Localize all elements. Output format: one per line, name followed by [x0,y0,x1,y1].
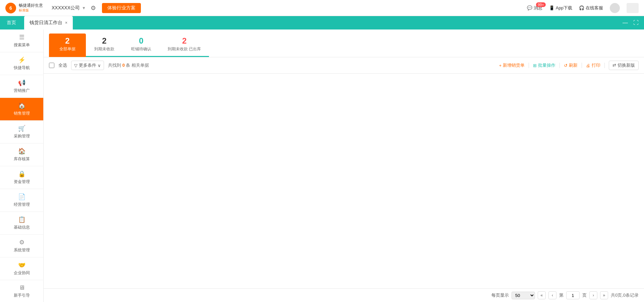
tab-active[interactable]: 钱货日清工作台 × [24,16,73,29]
count-value: 0 [122,63,125,68]
company-dropdown-arrow: ▼ [82,6,86,10]
sales-icon: 🏠 [18,102,25,109]
print-label: 打印 [592,62,600,68]
sidebar-item-quick-nav[interactable]: ⚡ 快捷导航 [0,52,43,75]
basic-info-icon: 📋 [18,216,25,223]
tab-home[interactable]: 首页 [0,16,23,29]
system-icon: ⚙ [19,239,24,246]
stat-number-pending: 0 [139,36,143,46]
select-all-label: 全选 [58,62,67,68]
sidebar-item-finance[interactable]: 🔒 资金管理 [0,166,43,189]
toolbar-divider-4 [604,63,605,68]
stat-label-all: 全部单据 [59,46,75,52]
filter-icon: ▽ [74,63,77,68]
sidebar-item-purchase[interactable]: 🛒 采购管理 [0,121,43,143]
sidebar-item-label-system: 系统管理 [14,247,30,253]
app-download-label: App下载 [556,5,572,11]
experience-button[interactable]: 体验行业方案 [102,3,141,13]
toolbar-divider-1 [529,63,529,68]
sidebar-item-label-quick-nav: 快捷导航 [14,65,30,71]
prev-page-button[interactable]: ‹ [548,291,556,299]
stat-number-all: 2 [65,36,69,46]
toolbar-divider-2 [559,63,560,68]
message-item[interactable]: 💬 消息 99+ [527,5,542,11]
count-info: 共找到 0 条 相关单据 [108,62,149,68]
stat-label-shipped: 到期未收款 已出库 [168,46,201,52]
sidebar-item-guide[interactable]: 🖥 新手引导 [0,280,43,302]
select-all-checkbox[interactable] [49,63,54,68]
sidebar-item-label-guide: 新手引导 [14,293,30,298]
app-download-item[interactable]: 📱 App下载 [549,5,572,11]
filter-button[interactable]: ▽ 更多条件 ∨ [71,61,104,70]
stat-number-overdue: 2 [102,36,106,46]
company-name: XXXXXX公司 [52,5,80,11]
pagination: 每页显示 50 100 200 « ‹ 第 页 › » 共0页,0条记录 [44,288,644,302]
sidebar: ☰ 搜索菜单 ⚡ 快捷导航 📢 营销推广 🏠 销售管理 🛒 采购管理 🏠 库存核… [0,29,44,302]
sidebar-item-label-marketing: 营销推广 [14,88,30,94]
sidebar-item-operations[interactable]: 📄 经营管理 [0,189,43,212]
logo-area: 6 畅捷通好生意 标准版 [5,3,49,13]
user-avatar[interactable] [610,3,620,13]
add-order-icon: + [499,63,502,68]
tab-minimize-button[interactable]: — [621,19,629,27]
sidebar-item-label-basic-info: 基础信息 [14,225,30,230]
sidebar-item-sales[interactable]: 🏠 销售管理 [0,98,43,121]
refresh-button[interactable]: ↺ 刷新 [564,62,578,68]
company-selector[interactable]: XXXXXX公司 ▼ [52,5,86,11]
inventory-icon: 🏠 [18,147,25,155]
operations-icon: 📄 [18,193,25,200]
sidebar-item-inventory[interactable]: 🏠 库存核算 [0,143,43,166]
logo-sub: 标准版 [19,8,43,13]
sidebar-item-label-search-menu: 搜索菜单 [14,42,30,48]
header-right: 💬 消息 99+ 📱 App下载 🎧 在线客服 [527,3,639,13]
purchase-icon: 🛒 [18,125,25,132]
sidebar-item-marketing[interactable]: 📢 营销推广 [0,75,43,98]
tab-close-button[interactable]: × [65,20,67,25]
stat-tabs: 2 全部单据 2 到期未收款 0 旺铺待确认 2 到期未收款 已出库 [44,29,644,57]
tab-active-label: 钱货日清工作台 [30,20,62,26]
sidebar-item-label-sales: 销售管理 [14,111,30,116]
main-layout: ☰ 搜索菜单 ⚡ 快捷导航 📢 营销推广 🏠 销售管理 🛒 采购管理 🏠 库存核… [0,29,644,302]
settings-button[interactable]: ⚙ [89,3,98,13]
sidebar-item-enterprise[interactable]: 🤝 企业协同 [0,257,43,280]
print-button[interactable]: 🖨 打印 [586,62,600,68]
tab-maximize-button[interactable]: ⛶ [632,19,640,27]
add-order-button[interactable]: + 新增销货单 [499,62,525,68]
quick-nav-icon: ⚡ [18,56,25,64]
logo-icon: 6 [5,3,16,13]
filter-arrow-icon: ∨ [98,63,101,68]
batch-op-button[interactable]: ⊞ 批量操作 [533,62,555,68]
user-name-area[interactable] [627,3,639,13]
stat-tab-pending[interactable]: 0 旺铺待确认 [123,34,160,57]
stat-tab-overdue[interactable]: 2 到期未收款 [86,34,123,57]
online-service-icon: 🎧 [579,5,584,10]
switch-version-button[interactable]: ⇄ 切换新版 [609,61,639,70]
next-page-button[interactable]: › [589,291,597,299]
stat-tab-all[interactable]: 2 全部单据 [49,34,86,57]
stat-tab-shipped[interactable]: 2 到期未收款 已出库 [160,34,209,57]
page-suffix: 页 [582,292,587,298]
stat-number-shipped: 2 [182,36,186,46]
refresh-icon: ↺ [564,63,568,68]
table-area [44,74,644,288]
add-order-label: 新增销货单 [503,62,525,68]
page-number-input[interactable] [566,291,580,299]
marketing-icon: 📢 [18,79,25,86]
app-download-icon: 📱 [549,5,554,10]
enterprise-icon: 🤝 [18,261,25,269]
total-info: 共0页,0条记录 [611,292,639,298]
last-page-button[interactable]: » [600,291,608,299]
sidebar-item-system[interactable]: ⚙ 系统管理 [0,235,43,257]
sidebar-item-search-menu[interactable]: ☰ 搜索菜单 [0,29,43,52]
message-icon: 💬 [527,5,532,10]
toolbar-right: + 新增销货单 ⊞ 批量操作 ↺ 刷新 🖨 打印 [499,61,639,70]
per-page-label: 每页显示 [491,292,509,298]
tab-bar-right: — ⛶ [621,19,644,27]
per-page-select[interactable]: 50 100 200 [512,292,535,299]
stat-label-overdue: 到期未收款 [94,46,114,52]
online-service-item[interactable]: 🎧 在线客服 [579,5,603,11]
first-page-button[interactable]: « [538,291,546,299]
message-badge: 99+ [536,2,546,7]
finance-icon: 🔒 [18,170,25,178]
sidebar-item-basic-info[interactable]: 📋 基础信息 [0,212,43,235]
